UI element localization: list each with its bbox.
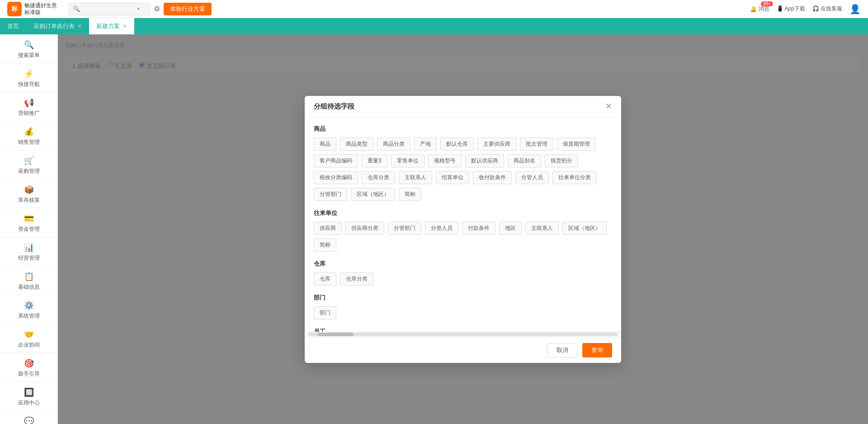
logo-text: 畅捷通好生意标准版 xyxy=(24,2,57,15)
field-tag-weight3[interactable]: 重量3 xyxy=(362,154,387,167)
app-download[interactable]: 📱 App下载 xyxy=(777,5,805,13)
sidebar-label-search: 搜索菜单 xyxy=(18,52,40,59)
tab-purchase-order[interactable]: 采购订单执行表 ✕ xyxy=(26,18,89,34)
sidebar-item-finance[interactable]: 💳 资金管理 xyxy=(0,208,57,237)
field-tag-payment-condition[interactable]: 收付款条件 xyxy=(473,171,512,184)
field-tag-region[interactable]: 区域（地区） xyxy=(351,188,395,201)
field-tag-partner-supervisor[interactable]: 分管人员 xyxy=(425,222,458,235)
field-tag-area[interactable]: 地区 xyxy=(499,222,522,235)
sidebar-item-marketing[interactable]: 📢 营销推广 xyxy=(0,92,57,121)
search-input[interactable] xyxy=(82,6,136,12)
section-department-fields: 部门 xyxy=(314,306,612,319)
section-product-title: 商品 xyxy=(314,125,612,133)
field-tag-warehouse[interactable]: 仓库 xyxy=(314,272,336,286)
field-tag-department[interactable]: 部门 xyxy=(314,306,336,319)
wecom-icon: 💬 xyxy=(24,416,34,424)
field-selection-modal: 分组待选字段 ✕ 商品 商品 商品类型 商品分类 产地 默认仓库 xyxy=(305,96,621,363)
field-tag-partner-main-contact[interactable]: 主联系人 xyxy=(525,222,559,235)
field-tag-warehouse-cat[interactable]: 仓库分类 xyxy=(340,272,373,286)
tab-new-plan-close[interactable]: ✕ xyxy=(123,23,127,29)
field-tag-product-type[interactable]: 商品类型 xyxy=(340,138,373,151)
online-service[interactable]: 🎧 在线客服 xyxy=(812,5,842,13)
section-department: 部门 部门 xyxy=(314,294,612,319)
confirm-button[interactable]: 查询 xyxy=(582,343,612,357)
modal-close-button[interactable]: ✕ xyxy=(605,102,612,110)
cancel-button[interactable]: 取消 xyxy=(547,343,578,357)
field-tag-spec-model[interactable]: 规格型号 xyxy=(428,154,462,167)
sidebar-label-guide: 新手引导 xyxy=(18,370,40,378)
basic-info-icon: 📋 xyxy=(24,272,34,281)
field-tag-tax-code[interactable]: 税收分类编码 xyxy=(314,171,358,184)
sidebar-item-sales[interactable]: 💰 销售管理 xyxy=(0,121,57,150)
field-tag-origin[interactable]: 产地 xyxy=(414,138,437,151)
notification-icon: 🔔 xyxy=(750,6,757,12)
tab-purchase-order-label: 采购订单执行表 xyxy=(33,22,75,30)
sidebar-label-inventory: 库存核算 xyxy=(18,196,40,204)
sidebar-label-management: 经营管理 xyxy=(18,254,40,262)
field-tag-supplier[interactable]: 供应商 xyxy=(314,222,342,235)
section-warehouse-title: 仓库 xyxy=(314,260,612,268)
section-department-title: 部门 xyxy=(314,294,612,302)
field-tag-short-name[interactable]: 简称 xyxy=(399,188,421,201)
sidebar-item-system[interactable]: ⚙️ 系统管理 xyxy=(0,295,57,324)
sidebar-item-management[interactable]: 📊 经营管理 xyxy=(0,237,57,266)
sidebar-item-search[interactable]: 🔍 搜索菜单 xyxy=(0,34,57,63)
sidebar-item-collab[interactable]: 🤝 企业协同 xyxy=(0,324,57,353)
field-tag-warehouse-category[interactable]: 仓库分类 xyxy=(362,171,395,184)
field-tag-product-alias[interactable]: 商品别名 xyxy=(508,154,541,167)
modal-body: 商品 商品 商品类型 商品分类 产地 默认仓库 主要供应商 批次管理 保质期管理… xyxy=(305,118,621,332)
search-dropdown-icon[interactable]: ▼ xyxy=(136,6,141,11)
sidebar-item-wecom[interactable]: 💬 企业微信 xyxy=(0,411,57,424)
field-tag-partner-region[interactable]: 区域（地区） xyxy=(562,222,607,235)
field-tag-product[interactable]: 商品 xyxy=(314,138,336,151)
management-icon: 📊 xyxy=(24,243,34,252)
page-close-button[interactable]: ✕ xyxy=(852,0,868,16)
section-partner-fields: 供应商 供应商分类 分管部门 分管人员 付款条件 地区 主联系人 区域（地区） … xyxy=(314,222,612,252)
field-tag-partner-category[interactable]: 往来单位分类 xyxy=(552,171,597,184)
section-product: 商品 商品 商品类型 商品分类 产地 默认仓库 主要供应商 批次管理 保质期管理… xyxy=(314,125,612,201)
collab-icon: 🤝 xyxy=(24,329,34,339)
section-partner: 往来单位 供应商 供应商分类 分管部门 分管人员 付款条件 地区 主联系人 区域… xyxy=(314,209,612,252)
field-tag-retail-unit[interactable]: 零售单位 xyxy=(391,154,425,167)
trial-button[interactable]: 体验行业方案 xyxy=(164,3,212,15)
modal-hscrollbar[interactable] xyxy=(305,332,621,337)
field-tag-batch-mgmt[interactable]: 批次管理 xyxy=(520,138,553,151)
field-tag-partner-short-name[interactable]: 简称 xyxy=(314,238,336,252)
field-tag-default-warehouse[interactable]: 默认仓库 xyxy=(440,138,474,151)
field-tag-supplier-category[interactable]: 供应商分类 xyxy=(345,222,384,235)
field-tag-default-supplier[interactable]: 默认供应商 xyxy=(465,154,504,167)
field-tag-main-contact[interactable]: 主联系人 xyxy=(399,171,432,184)
field-tag-settlement-unit[interactable]: 结算单位 xyxy=(436,171,469,184)
tab-purchase-order-close[interactable]: ✕ xyxy=(77,23,82,29)
modal-overlay: 分组待选字段 ✕ 商品 商品 商品类型 商品分类 产地 默认仓库 xyxy=(58,34,868,424)
notification-area[interactable]: 🔔 消息 99+ xyxy=(750,5,769,13)
tab-home[interactable]: 首页 xyxy=(0,18,26,34)
section-employee-title: 员工 xyxy=(314,328,612,332)
topbar: 标 畅捷通好生意标准版 🔍 ▼ ⚙ 体验行业方案 🔔 消息 99+ 📱 App下… xyxy=(0,0,868,18)
hscroll-thumb[interactable] xyxy=(317,333,354,336)
sidebar-item-guide[interactable]: 🎯 新手引导 xyxy=(0,353,57,382)
sidebar-item-basic[interactable]: 📋 基础信息 xyxy=(0,266,57,295)
search-icon: 🔍 xyxy=(73,5,80,12)
sidebar-item-appcenter[interactable]: 🔲 应用中心 xyxy=(0,382,57,411)
field-tag-supervise-dept[interactable]: 分管部门 xyxy=(314,188,347,201)
field-tag-supervisor[interactable]: 分管人员 xyxy=(515,171,549,184)
field-tag-product-category[interactable]: 商品分类 xyxy=(377,138,410,151)
sidebar-item-purchase[interactable]: 🛒 采购管理 xyxy=(0,150,57,179)
field-tag-customer-product-code[interactable]: 客户商品编码 xyxy=(314,154,358,167)
search-menu-icon: 🔍 xyxy=(24,40,34,50)
sidebar-label-collab: 企业协同 xyxy=(18,341,40,349)
field-tag-expiry-mgmt[interactable]: 保质期管理 xyxy=(557,138,596,151)
field-tag-pick-points[interactable]: 拣货积分 xyxy=(545,154,578,167)
field-tag-main-supplier[interactable]: 主要供应商 xyxy=(477,138,516,151)
topbar-right: 🔔 消息 99+ 📱 App下载 🎧 在线客服 👤 xyxy=(750,4,861,14)
sidebar-item-quicknav[interactable]: ⚡ 快捷导航 xyxy=(0,63,57,92)
field-tag-partner-dept[interactable]: 分管部门 xyxy=(388,222,421,235)
online-label: 在线客服 xyxy=(821,5,842,12)
settings-icon[interactable]: ⚙ xyxy=(154,5,160,13)
sidebar-item-inventory[interactable]: 📦 库存核算 xyxy=(0,179,57,208)
field-tag-pay-condition[interactable]: 付款条件 xyxy=(462,222,495,235)
appcenter-icon: 🔲 xyxy=(24,387,34,397)
tab-new-plan[interactable]: 新建方案 ✕ xyxy=(89,18,134,34)
layout: 🔍 搜索菜单 ⚡ 快捷导航 📢 营销推广 💰 销售管理 🛒 采购管理 📦 库存核… xyxy=(0,34,868,424)
